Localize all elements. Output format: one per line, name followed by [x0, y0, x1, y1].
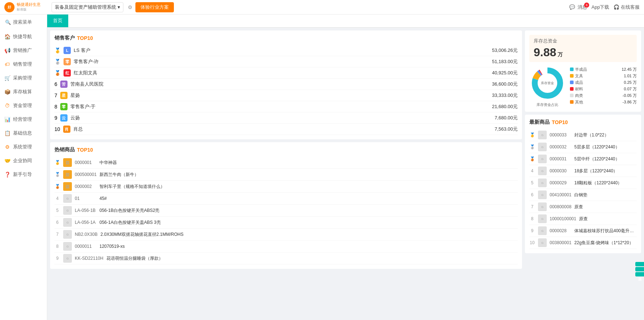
sidebar-item-basic[interactable]: 📋基础信息	[0, 126, 47, 140]
rank-indicator: 10	[529, 240, 535, 245]
sidebar-item-system[interactable]: ⚙系统管理	[0, 140, 47, 154]
system-selector[interactable]: 装备及固定资产辅助管理系统 ▾	[52, 2, 123, 12]
hot-product-item: 5 G LA-056-1B 056-1B白色按键开关壳ABS2壳	[54, 205, 518, 217]
customer-badge: 零	[64, 58, 71, 65]
sidebar-item-marketing[interactable]: 📢营销推广	[0, 44, 47, 57]
customer-amount: 7,680.00元	[494, 115, 518, 121]
header-right: 💬 6 消息 App下载 🎧 在线客服	[569, 4, 640, 11]
sidebar-item-sales[interactable]: 🏷销售管理	[0, 57, 47, 71]
product-code: 01	[75, 196, 97, 201]
sidebar-item-purchase[interactable]: 🛒采购管理	[0, 71, 47, 85]
logo-icon: 好	[4, 2, 15, 12]
product-thumbnail: G	[538, 167, 547, 175]
legend-color-dot	[570, 94, 574, 97]
legend-color-dot	[570, 100, 574, 104]
sidebar-nav: 🏠快捷导航📢营销推广🏷销售管理🛒采购管理📦库存核算⏱资金管理📊经营管理📋基础信息…	[0, 30, 47, 181]
product-name: 5层中纤（1220*2440）	[574, 156, 637, 162]
rank-indicator: 9	[54, 256, 60, 261]
legend-item: 半成品 12.45 万	[570, 67, 637, 72]
product-name: 056-1A白色按键开关盖ABS 3壳	[99, 220, 518, 226]
legend-value: 0.07 万	[624, 86, 637, 92]
medal-icon: 7	[54, 93, 57, 98]
tab-home[interactable]: 首页	[47, 15, 68, 27]
inventory-amount: 9.88 万	[534, 46, 632, 59]
rank-indicator: 🥇	[54, 160, 60, 165]
sidebar-item-inventory[interactable]: 📦库存核算	[0, 85, 47, 99]
customer-amount: 7,563.00元	[494, 126, 518, 132]
search-menu-button[interactable]: 🔍 搜索菜单	[3, 17, 44, 27]
medal-icon: 10	[54, 126, 60, 132]
customer-top10-card: 销售客户TOP10 🥇 L LS 客户 53,006.26元 🥈 零 零售客户-…	[50, 30, 522, 139]
rank-indicator: 5	[529, 180, 535, 185]
product-thumbnail: G	[538, 179, 547, 187]
newest-product-item: 10 G 003800001 22g鱼豆腐-烧烤味（1*12*20）	[529, 237, 637, 249]
gear-icon[interactable]: ⚙	[128, 4, 133, 10]
product-name: 2.0X30MM双搓花轴搓花直径2.1MM/ROHS	[101, 231, 518, 238]
legend-item: 成品 0.25 万	[570, 80, 637, 85]
nav-tabs: 首页	[47, 15, 644, 28]
logo-text: 畅捷通好生意	[17, 2, 41, 7]
content-area: 首页 销售客户TOP10 🥇 L LS 客户 53,006.26元 🥈 零 零售…	[47, 15, 644, 320]
newest-product-item: 5 G 0000029 18颗粒板（1220*2440）	[529, 177, 637, 189]
newest-products-card: 最新商品 TOP10 🥇 G 0000033 封边带（1.0*22） 🥈 G 0…	[525, 115, 641, 253]
customer-name: LS 客户	[74, 47, 489, 54]
finance-icon: ⏱	[4, 103, 10, 108]
customer-name: 零售客户-许	[74, 58, 489, 65]
newest-product-item: 🥉 G 0000031 5层中纤（1220*2440）	[529, 153, 637, 165]
customer-name: 云扬	[70, 115, 492, 121]
product-thumbnail: G	[538, 143, 547, 151]
product-name: 体城嘉枝味苏打饮品400毫升（1*15）	[574, 228, 637, 234]
basic-icon: 📋	[4, 130, 10, 136]
legend-value: -0.05 万	[623, 93, 637, 98]
medal-icon: 6	[54, 81, 57, 87]
newest-products-list: 🥇 G 0000033 封边带（1.0*22） 🥈 G 0000032 5层多层…	[529, 129, 637, 249]
newest-products-title: 最新商品 TOP10	[529, 119, 637, 126]
rank-indicator: 9	[529, 228, 535, 233]
product-thumbnail: G	[63, 206, 72, 215]
customer-badge: L	[64, 47, 71, 54]
customer-badge: 红	[64, 69, 71, 77]
app-download-link[interactable]: App下载	[591, 4, 609, 11]
inventory-summary: 库存总资金 9.88 万	[529, 35, 637, 62]
hot-products-card: 热销商品 TOP10 🥇 🖼 0000001 中华神器 🥈 🖼 00050000…	[50, 142, 522, 269]
product-code: 0000033	[550, 132, 571, 138]
newest-product-item: 4 G 0000030 18多层（1220*2440）	[529, 165, 637, 177]
float-button[interactable]: 直播	[635, 272, 644, 276]
product-code: NB2.0X30B	[75, 232, 98, 237]
inventory-number: 9.88	[534, 46, 556, 59]
product-code: 0000028	[550, 228, 571, 233]
legend-label: 肉类	[575, 93, 621, 98]
hot-product-item: 🥇 🖼 0000001 中华神器	[54, 157, 518, 169]
svg-text:库存资金: 库存资金	[541, 81, 554, 85]
legend-color-dot	[570, 81, 574, 84]
inventory-icon: 📦	[4, 89, 10, 95]
float-button[interactable]: 客服热线	[635, 262, 644, 266]
float-button[interactable]: 服务社区	[635, 267, 644, 271]
customer-list-item: 10 肖 肖总 7,563.00元	[54, 124, 518, 135]
product-code: LA-056-1B	[75, 208, 97, 213]
trial-button[interactable]: 体验行业方案	[135, 2, 174, 12]
sidebar-item-guide[interactable]: ❓新手引导	[0, 168, 47, 181]
customer-list-item: 7 星 星扬 33,333.00元	[54, 90, 518, 101]
legend-color-dot	[570, 74, 574, 78]
online-service-link[interactable]: 🎧 在线客服	[614, 4, 640, 11]
quick-nav-icon: 🏠	[4, 34, 10, 40]
inventory-sub-label: 库存资金占比	[529, 102, 566, 107]
legend-label: 文具	[575, 73, 623, 79]
sidebar-item-operation[interactable]: 📊经营管理	[0, 112, 47, 126]
sidebar-item-enterprise[interactable]: 🤝企业协同	[0, 154, 47, 168]
sidebar-item-quick-nav[interactable]: 🏠快捷导航	[0, 30, 47, 44]
product-thumbnail: G	[538, 238, 547, 247]
enterprise-icon: 🤝	[4, 158, 10, 164]
rank-indicator: 🥇	[529, 132, 535, 138]
sidebar-item-finance[interactable]: ⏱资金管理	[0, 99, 47, 112]
rank-indicator: 🥈	[529, 144, 535, 149]
hot-product-item: 9 G KK-SD22110H 花语萌恒温分腿睡袋（厚款）	[54, 253, 518, 264]
main-layout: 🔍 搜索菜单 🏠快捷导航📢营销推广🏷销售管理🛒采购管理📦库存核算⏱资金管理📊经营…	[0, 15, 644, 320]
product-thumbnail: G	[63, 242, 72, 251]
notification-area[interactable]: 💬 6 消息	[569, 4, 587, 11]
rank-indicator: 4	[54, 196, 60, 201]
customer-top10-title: 销售客户TOP10	[54, 35, 518, 41]
newest-product-item: 6 G 004100001 白钢垫	[529, 189, 637, 201]
hot-product-item: 8 G 0000011 12070519-xs	[54, 241, 518, 253]
